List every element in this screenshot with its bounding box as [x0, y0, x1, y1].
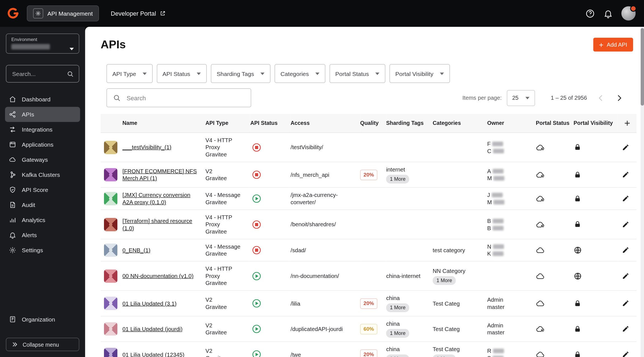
sidebar-item-alerts[interactable]: Alerts [5, 228, 80, 243]
owner-cell: Adminmaster [487, 316, 536, 342]
sidebar-item-organization[interactable]: Organization [5, 312, 80, 327]
edit-api-button[interactable] [622, 272, 629, 280]
sidebar-item-dashboard[interactable]: Dashboard [5, 92, 80, 107]
cloud-unpublished-icon [536, 324, 570, 334]
previous-page-button[interactable] [596, 93, 605, 103]
sidebar-item-analytics[interactable]: Analytics [5, 213, 80, 228]
api-management-button[interactable]: API Management [27, 6, 99, 22]
api-name-link[interactable]: [Terraform] shared resource (1.0) [122, 217, 202, 232]
bell-icon [9, 231, 16, 239]
table-search-input[interactable] [126, 94, 245, 102]
api-name-link[interactable]: 0_ENB_(1) [122, 247, 150, 254]
sidebar-search-input[interactable] [11, 70, 67, 78]
api-name-link[interactable]: 01 Lilia Updated (12345) [122, 351, 184, 357]
access-path: /nfs_merch_api [291, 162, 360, 188]
filter-categories[interactable]: Categories [274, 64, 325, 83]
sidebar-item-label: Analytics [22, 217, 45, 223]
api-name-link[interactable]: 00 NN-documentation (v1.0) [122, 272, 193, 280]
api-engine: Gravitee [205, 303, 247, 311]
edit-api-button[interactable] [622, 195, 629, 203]
filter-label: Sharding Tags [217, 70, 254, 77]
api-type-cell: V4 - HTTP ProxyGravitee [205, 210, 250, 239]
chevron-left-icon [596, 93, 605, 103]
api-name-link[interactable]: ___testVisibility_(1) [122, 144, 171, 151]
analytics-icon [9, 216, 16, 224]
sharding-tag: china [386, 295, 430, 302]
scrollbar-thumb[interactable] [641, 28, 644, 106]
user-avatar-button[interactable] [621, 6, 636, 21]
sidebar-item-apis[interactable]: APIs [5, 107, 80, 122]
portal-status-cell [536, 316, 574, 342]
filter-label: Portal Status [335, 70, 369, 77]
environment-selector[interactable]: Environment [6, 34, 79, 54]
page-head: APIs + Add API [101, 38, 633, 52]
sidebar-item-label: Settings [22, 247, 43, 254]
notifications-button[interactable] [603, 9, 613, 18]
developer-portal-link[interactable]: Developer Portal [111, 10, 166, 17]
access-path: /duplicatedAPI-jourdi [291, 316, 360, 342]
environment-label: Environment [11, 37, 74, 42]
add-api-button[interactable]: + Add API [593, 38, 633, 52]
edit-api-button[interactable] [622, 325, 629, 333]
sharding-tags-cell: china1 More [386, 291, 433, 316]
sidebar-item-settings[interactable]: Settings [5, 243, 80, 258]
owner-name: S [487, 354, 532, 357]
filter-portal-visibility[interactable]: Portal Visibility [389, 64, 450, 83]
column-header-quality: Quality [360, 114, 386, 133]
edit-api-button[interactable] [622, 171, 629, 178]
edit-api-button[interactable] [622, 246, 629, 254]
edit-api-button[interactable] [622, 221, 629, 228]
api-type: V2 [205, 296, 247, 304]
sidebar-item-gateways[interactable]: Gateways [5, 152, 80, 167]
cloud-unpublished-icon [536, 170, 570, 179]
column-header-categories: Categories [433, 114, 487, 133]
filter-api-status[interactable]: API Status [157, 64, 207, 83]
sidebar-item-audit[interactable]: Audit [5, 197, 80, 213]
owner-cell: JM [487, 187, 536, 210]
quality-cell: 60% [360, 316, 386, 342]
more-badge: 1 More [433, 276, 456, 285]
edit-api-button[interactable] [622, 351, 629, 357]
vertical-scrollbar[interactable] [641, 27, 644, 357]
edit-api-button[interactable] [622, 300, 629, 307]
api-name-link[interactable]: [JMX] Currency conversion A2A proxy (0.1… [122, 192, 202, 206]
filter-portal-status[interactable]: Portal Status [330, 64, 385, 83]
sidebar-item-integrations[interactable]: Integrations [5, 122, 80, 137]
filter-api-type[interactable]: API Type [106, 64, 152, 83]
api-status-stopped-icon [252, 246, 261, 255]
table-row: 0_ENB_(1)V4 - MessageGravitee/sdad/test … [101, 239, 636, 261]
api-engine: Gravitee [205, 228, 247, 235]
sidebar-item-kafka-clusters[interactable]: Kafka Clusters [5, 167, 80, 182]
api-type-cell: V4 - MessageGravitee [205, 239, 250, 261]
cloud-published-icon [536, 350, 570, 357]
api-name-link[interactable]: 01 Lilia Updated (3.1) [122, 300, 177, 307]
redacted-text [493, 226, 504, 230]
api-name-link[interactable]: 01 Lilia Updated (jourdi) [122, 325, 183, 333]
search-icon [67, 70, 74, 77]
sidebar-item-applications[interactable]: Applications [5, 137, 80, 152]
filter-sharding-tags[interactable]: Sharding Tags [211, 64, 270, 83]
api-engine: Gravitee [205, 250, 247, 258]
items-per-page-select[interactable]: 25 [507, 90, 535, 106]
sidebar-item-label: Dashboard [22, 96, 51, 103]
add-api-label: Add API [607, 42, 627, 48]
api-type: V2 [205, 168, 247, 175]
api-engine: Gravitee [205, 151, 247, 158]
api-engine: Gravitee [205, 175, 247, 182]
help-button[interactable] [585, 9, 595, 18]
collapse-menu-button[interactable]: Collapse menu [6, 338, 79, 351]
next-page-button[interactable] [615, 93, 624, 103]
sidebar-item-api-score[interactable]: API Score [5, 182, 80, 197]
owner-name: M [487, 199, 532, 206]
owner-name: B [487, 217, 532, 225]
lock-icon [574, 143, 614, 151]
shield-icon [9, 186, 16, 194]
table-header-row: NameAPI TypeAPI StatusAccessQualityShard… [101, 114, 636, 133]
categories-cell: Test Categ [433, 316, 487, 342]
api-name-link[interactable]: [FRONT ECOMMERCE] NFS Merch API (1) [122, 168, 202, 182]
chevron-right-icon [615, 93, 624, 103]
sharding-tag: china [386, 346, 430, 353]
more-badge: 1 More [433, 354, 456, 357]
edit-api-button[interactable] [622, 144, 629, 151]
add-column-button[interactable] [623, 119, 631, 127]
